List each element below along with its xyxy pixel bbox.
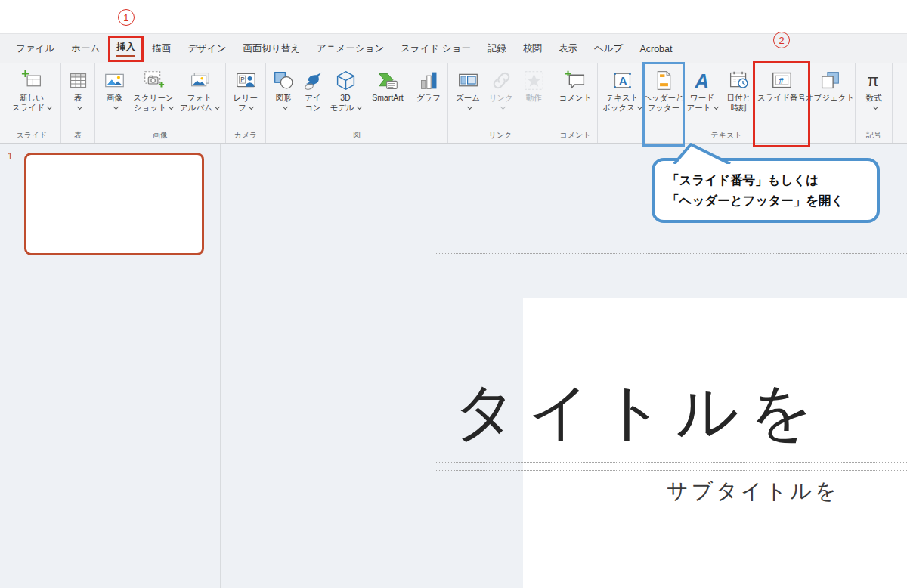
slide-number-label: スライド番号	[757, 93, 806, 103]
ribbon-group-tables: 表表	[61, 63, 95, 143]
ribbon-group-label-illustrations: 図	[268, 128, 445, 143]
new-slide-label: 新しいスライド	[12, 93, 51, 113]
chart-label: グラフ	[416, 93, 441, 103]
tab-acrobat[interactable]: Acrobat	[631, 39, 680, 60]
table-button[interactable]: 表	[64, 67, 91, 125]
smartart-button[interactable]: SmartArt	[364, 67, 411, 125]
subtitle-placeholder[interactable]: サブタイトルを	[435, 470, 907, 588]
tab-help[interactable]: ヘルプ	[586, 37, 631, 60]
ribbon-group-label-images: 画像	[98, 128, 223, 143]
tab-view[interactable]: 表示	[550, 37, 586, 60]
photo-album-label: フォトアルバム	[180, 93, 219, 113]
tab-label: 校閲	[523, 42, 542, 55]
text-box-label: テキストボックス	[602, 93, 642, 113]
icons-button[interactable]: アイコン	[299, 67, 327, 125]
zoom-label: ズーム	[456, 93, 480, 113]
tab-label: 画面切り替え	[243, 42, 300, 55]
ribbon-group-symbols: π数式記号	[856, 63, 893, 143]
tab-file[interactable]: ファイル	[8, 37, 63, 60]
slide-number-button[interactable]: #スライド番号2	[757, 67, 806, 125]
svg-text:#: #	[779, 76, 783, 85]
callout-tail	[671, 141, 732, 164]
equation-icon: π	[863, 68, 885, 92]
wordart-icon: A	[692, 68, 714, 92]
tab-label: スライド ショー	[401, 42, 471, 55]
photo-album-button[interactable]: フォトアルバム	[177, 67, 222, 125]
slide-thumbnail[interactable]	[24, 153, 204, 255]
screenshot-icon	[143, 68, 165, 92]
tab-animations[interactable]: アニメーション	[308, 37, 392, 60]
ribbon-group-label-symbols: 記号	[858, 128, 890, 143]
object-button[interactable]: オブジェクト	[808, 67, 852, 125]
3d-models-button[interactable]: 3Dモデル	[328, 67, 363, 125]
tab-insert[interactable]: 挿入1	[108, 36, 144, 62]
picture-button[interactable]: 画像	[98, 67, 130, 125]
link-button[interactable]: リンク	[486, 67, 516, 125]
action-button[interactable]: 動作	[518, 67, 549, 125]
screenshot-label: スクリーンショット	[133, 93, 173, 113]
slide-thumbnail-panel: 1	[0, 144, 221, 588]
ribbon-group-links: ズームリンク動作リンク	[448, 63, 553, 143]
text-box-button[interactable]: Aテキストボックス	[601, 67, 643, 125]
slide-number-icon: #	[771, 68, 793, 92]
annotation-callout-bubble: 「スライド番号」もしくは 「ヘッダーとフッター」を開く	[652, 158, 880, 223]
screenshot-button[interactable]: スクリーンショット	[132, 67, 175, 125]
object-label: オブジェクト	[806, 93, 854, 103]
callout-text-line1: 「スライド番号」もしくは	[667, 170, 866, 190]
ribbon-group-slides: 新しいスライドスライド	[3, 63, 61, 143]
tab-review[interactable]: 校閲	[515, 37, 550, 60]
svg-text:A: A	[694, 70, 708, 91]
date-time-button[interactable]: 日付と時刻	[722, 67, 755, 125]
title-placeholder[interactable]: タイトルを	[435, 253, 907, 463]
ribbon-group-text: AテキストボックスヘッダーとフッターAワードアート日付と時刻#スライド番号2オブ…	[598, 63, 856, 143]
chevron-down-icon	[500, 104, 505, 110]
chevron-down-icon	[215, 104, 220, 110]
new-slide-icon	[21, 68, 43, 92]
tab-label: Acrobat	[639, 44, 672, 54]
object-icon	[819, 68, 841, 92]
title-bar-area	[0, 0, 907, 33]
picture-label: 画像	[107, 93, 122, 113]
shapes-button[interactable]: 図形	[269, 67, 298, 125]
date-time-icon	[728, 68, 750, 92]
new-slide-button[interactable]: 新しいスライド	[6, 67, 57, 125]
ribbon-group-label-camera: カメラ	[228, 128, 263, 143]
ribbon-group-camera: Pレリーフカメラ	[226, 63, 266, 143]
tab-home[interactable]: ホーム	[63, 37, 108, 60]
zoom-button[interactable]: ズーム	[451, 67, 484, 125]
date-time-label: 日付と時刻	[726, 93, 751, 113]
ribbon-group-images: 画像スクリーンショットフォトアルバム画像	[95, 63, 226, 143]
tab-transitions[interactable]: 画面切り替え	[234, 37, 308, 60]
step-marker-2: 2	[773, 32, 790, 48]
photo-album-icon	[189, 68, 211, 92]
comment-button[interactable]: コメント	[556, 67, 594, 125]
tab-label: ファイル	[16, 42, 54, 55]
3d-models-icon	[335, 68, 357, 92]
ribbon-group-illustrations: 図形アイコン3DモデルSmartArtグラフ図	[266, 63, 448, 143]
text-box-icon: A	[611, 68, 633, 92]
callout-text-line2: 「ヘッダーとフッター」を開く	[667, 190, 866, 211]
header-footer-button[interactable]: ヘッダーとフッター	[645, 67, 683, 125]
equation-button[interactable]: π数式	[859, 67, 889, 125]
tab-record[interactable]: 記録	[479, 37, 515, 60]
wordart-button[interactable]: Aワードアート	[684, 67, 720, 125]
table-label: 表	[74, 93, 82, 113]
chart-button[interactable]: グラフ	[413, 67, 444, 125]
tab-label: 挿入	[116, 41, 135, 57]
ribbon-group-label-comments: コメント	[556, 128, 595, 143]
equation-label: 数式	[866, 93, 882, 113]
tab-draw[interactable]: 描画	[144, 37, 179, 60]
title-placeholder-text: タイトルを	[454, 371, 824, 454]
link-icon	[491, 68, 512, 92]
action-icon	[523, 68, 545, 92]
shapes-label: 図形	[276, 93, 292, 113]
smartart-label: SmartArt	[372, 93, 403, 103]
shapes-icon	[273, 68, 295, 92]
3d-models-label: 3Dモデル	[330, 93, 361, 113]
tab-design[interactable]: デザイン	[179, 37, 234, 60]
cameo-button[interactable]: Pレリーフ	[229, 67, 262, 125]
tab-slide-show[interactable]: スライド ショー	[392, 37, 479, 60]
comment-label: コメント	[559, 93, 592, 103]
svg-text:π: π	[867, 70, 878, 89]
header-footer-icon	[653, 68, 675, 92]
